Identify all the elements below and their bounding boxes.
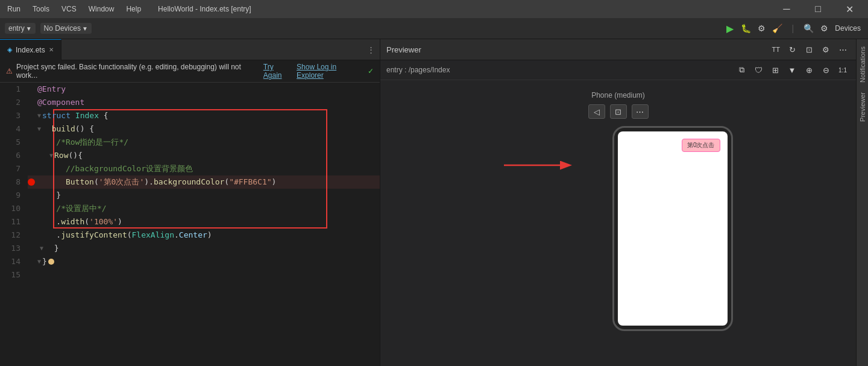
devices-label: No Devices [44, 24, 81, 33]
devices-full-label: Devices [832, 21, 863, 36]
devices-section[interactable]: No Devices ▼ [40, 23, 92, 34]
breadcrumb-split-btn[interactable]: ⊞ [768, 63, 782, 77]
phone-screen: 第0次点击 [618, 131, 728, 326]
preview-toolbar[interactable]: TT ↻ ⊡ ⚙ ⋯ [770, 42, 850, 57]
code-line-10: /*设置居中*/ [28, 202, 380, 215]
code-line-13: ▼ } [28, 242, 380, 255]
preview-title: Previewer [386, 45, 421, 54]
devices-dropdown[interactable]: No Devices ▼ [40, 23, 92, 34]
device-home-btn[interactable]: ⊡ [610, 104, 627, 119]
debug-button[interactable]: 🐛 [738, 21, 753, 36]
code-line-4: ▼ build() { [28, 122, 380, 136]
device-back-btn[interactable]: ◁ [588, 104, 605, 119]
entry-dropdown[interactable]: entry ▼ [5, 23, 36, 34]
phone-mockup: 第0次点击 [612, 126, 733, 331]
breadcrumb-zoom-out[interactable]: ⊖ [819, 63, 833, 77]
phone-button: 第0次点击 [682, 139, 720, 152]
menu-help[interactable]: Help [124, 4, 143, 14]
main-layout: ◈ Index.ets ✕ ⋮ ⚠ Project sync failed. B… [0, 39, 868, 366]
notification-icon: ⚠ [6, 67, 13, 75]
tab-close-button[interactable]: ✕ [49, 46, 54, 53]
preview-more-btn[interactable]: ⋯ [835, 42, 850, 57]
code-line-3: ▼ struct Index { [28, 109, 380, 122]
chevron-down-icon: ▼ [26, 25, 32, 32]
preview-settings-btn[interactable]: ⚙ [819, 42, 833, 57]
code-line-14: ▼ } [28, 255, 380, 268]
preview-orientation-btn[interactable]: ⊡ [802, 42, 816, 57]
build-button[interactable]: ⚙ [754, 21, 769, 36]
entry-label: entry [8, 24, 25, 33]
code-line-8: Button('第0次点击').backgroundColor("#FFB6C1… [28, 175, 380, 189]
code-line-6: ▼ Row(){ [28, 149, 380, 162]
window-title: HelloWorld - Index.ets [entry] [158, 5, 251, 13]
tab-filename: Index.ets [16, 46, 45, 54]
code-line-1: @Entry [28, 83, 380, 96]
file-icon: ◈ [7, 46, 12, 54]
preview-panel: Previewer TT ↻ ⊡ ⚙ ⋯ entry : /pages/Inde… [380, 39, 856, 366]
preview-header: Previewer TT ↻ ⊡ ⚙ ⋯ [380, 39, 856, 60]
title-bar: Run Tools VCS Window Help HelloWorld - I… [0, 0, 868, 18]
code-editor[interactable]: 1 2 3 4 5 6 7 8 9 10 11 12 13 14 15 [0, 83, 380, 366]
line-numbers: 1 2 3 4 5 6 7 8 9 10 11 12 13 14 15 [0, 83, 25, 366]
code-line-2: @Component [28, 96, 380, 109]
try-again-link[interactable]: Try Again [263, 63, 293, 80]
menu-vcs[interactable]: VCS [59, 4, 79, 14]
menu-bar[interactable]: Run Tools VCS Window Help [5, 4, 143, 14]
tab-more-button[interactable]: ⋮ [362, 45, 380, 54]
arrow-svg [504, 156, 576, 174]
run-button[interactable]: ▶ [723, 21, 737, 36]
breadcrumb-icon-1[interactable]: ⧉ [734, 63, 749, 77]
top-toolbar: entry ▼ No Devices ▼ ▶ 🐛 ⚙ 🧹 | 🔍 ⚙ Devic… [0, 18, 868, 39]
code-line-7: //backgroundColor设置背景颜色 [28, 162, 380, 175]
code-line-11: .width('100%') [28, 215, 380, 229]
tab-bar: ◈ Index.ets ✕ ⋮ [0, 39, 380, 60]
search-button[interactable]: 🔍 [801, 21, 816, 36]
preview-breadcrumb: entry : /pages/Index ⧉ 🛡 ⊞ ▼ ⊕ ⊖ 1:1 [380, 60, 856, 80]
breadcrumb-zoom-in[interactable]: ⊕ [802, 63, 816, 77]
preview-refresh-btn[interactable]: ↻ [785, 42, 799, 57]
window-controls[interactable]: ─ □ ✕ [773, 0, 863, 18]
breadcrumb-text: entry : /pages/Index [386, 66, 450, 74]
arrow-container [504, 156, 576, 174]
check-icon: ✓ [368, 67, 374, 75]
phone-preview-area: 第0次点击 [504, 126, 733, 331]
editor-area: ◈ Index.ets ✕ ⋮ ⚠ Project sync failed. B… [0, 39, 380, 366]
notification-bar: ⚠ Project sync failed. Basic functionali… [0, 60, 380, 83]
minimize-button[interactable]: ─ [773, 0, 800, 18]
settings-button[interactable]: ⚙ [817, 21, 831, 36]
code-line-9: } [28, 189, 380, 202]
menu-tools[interactable]: Tools [30, 4, 52, 14]
chevron-down-icon2: ▼ [82, 25, 88, 32]
preview-content: Phone (medium) ◁ ⊡ ⋯ [380, 85, 856, 366]
close-button[interactable]: ✕ [835, 0, 863, 18]
device-more-btn[interactable]: ⋯ [632, 104, 649, 119]
previewer-label[interactable]: Previewer [858, 87, 867, 127]
separator1: | [785, 21, 800, 36]
clean-button[interactable]: 🧹 [770, 21, 784, 36]
device-controls[interactable]: ◁ ⊡ ⋯ [588, 104, 649, 119]
right-sidebar: Notifications Previewer [856, 39, 868, 366]
device-label: Phone (medium) [591, 91, 645, 99]
breadcrumb-icons[interactable]: ⧉ 🛡 ⊞ ▼ ⊕ ⊖ 1:1 [734, 63, 850, 77]
file-tab[interactable]: ◈ Index.ets ✕ [0, 39, 61, 60]
code-content[interactable]: @Entry @Component ▼ struct Index { ▼ [25, 83, 380, 366]
preview-font-size-btn[interactable]: TT [770, 42, 782, 57]
code-line-12: .justifyContent(FlexAlign.Center) [28, 229, 380, 242]
code-line-5: /*Row指的是一行*/ [28, 136, 380, 149]
breadcrumb-icon-2[interactable]: 🛡 [751, 63, 766, 77]
maximize-button[interactable]: □ [804, 0, 832, 18]
breadcrumb-zoom-reset[interactable]: 1:1 [835, 63, 850, 77]
entry-section[interactable]: entry ▼ [5, 23, 36, 34]
notification-message: Project sync failed. Basic functionality… [16, 63, 260, 80]
menu-window[interactable]: Window [86, 4, 117, 14]
notifications-label[interactable]: Notifications [858, 42, 867, 87]
title-bar-left: Run Tools VCS Window Help HelloWorld - I… [5, 4, 251, 14]
menu-run[interactable]: Run [5, 4, 23, 14]
breadcrumb-icon-3[interactable]: ▼ [785, 63, 799, 77]
show-log-link[interactable]: Show Log in Explorer [297, 63, 364, 80]
toolbar-icons: ▶ 🐛 ⚙ 🧹 | 🔍 ⚙ Devices [723, 21, 863, 36]
